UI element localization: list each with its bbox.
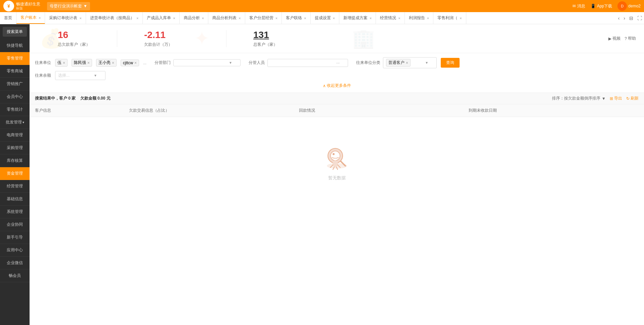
sidebar-item-marketing[interactable]: 营销推广 <box>0 78 30 91</box>
sidebar-item-enterprise-wechat[interactable]: 企业微信 <box>0 257 30 269</box>
tab-close-icon[interactable]: × <box>275 16 277 20</box>
stat-debt-total: -2.11 欠款合计（万） <box>144 30 172 47</box>
filter-tag-close-button[interactable]: × <box>134 61 137 65</box>
tab-label: 零售利润（ <box>437 15 458 21</box>
sidebar-item-operations[interactable]: 经营管理 <box>0 180 30 193</box>
sidebar-item-purchase[interactable]: 采购管理 <box>0 142 30 154</box>
top-bar-right: ✉ 消息 📱 App下载 D demo2 <box>572 1 641 11</box>
sidebar-item-retail[interactable]: 零售管理 <box>0 52 30 65</box>
tab-profit-report[interactable]: 利润报告 × <box>405 12 433 24</box>
user-avatar-button[interactable]: D demo2 <box>617 1 641 11</box>
tab-menu-button[interactable]: ⊟ <box>627 15 635 21</box>
filter-row-2: 往来余额 选择... ▼ <box>35 71 639 80</box>
sidebar-item-system[interactable]: 系统管理 <box>0 206 30 218</box>
unit-category-select[interactable]: 普通客户 × ▼ <box>383 57 437 68</box>
tab-close-icon[interactable]: × <box>39 16 41 20</box>
message-button[interactable]: ✉ 消息 <box>572 3 585 9</box>
content-area: 💰 ✦ 🏢 16 总欠款客户（家） -2.11 欠款合计（万） 131 总客户（… <box>30 24 644 325</box>
tab-close-icon[interactable]: × <box>136 16 138 20</box>
sidebar-item-retail-mall[interactable]: 零售商城 <box>0 65 30 78</box>
sidebar-item-app-center[interactable]: 应用中心 <box>0 244 30 257</box>
tab-next-button[interactable]: › <box>621 15 627 21</box>
tab-product-analysis-list[interactable]: 商品分析列表 × <box>208 12 245 24</box>
division-dept-select[interactable]: ▼ <box>173 59 241 66</box>
division-person-select[interactable]: ··· <box>267 59 348 67</box>
tab-close-icon[interactable]: × <box>370 16 372 20</box>
svg-point-2 <box>331 151 340 160</box>
stat-bg-icon-2: ✦ <box>194 28 210 49</box>
tab-close-icon[interactable]: × <box>239 16 241 20</box>
remaining-select[interactable]: 选择... ▼ <box>55 71 105 80</box>
search-menu-button[interactable]: 搜索菜单 <box>3 27 27 37</box>
help-button[interactable]: ? 帮助 <box>625 36 636 41</box>
tab-close-icon[interactable]: × <box>79 16 81 20</box>
filter-tag-close-button[interactable]: × <box>112 61 114 65</box>
sidebar-item-ecommerce[interactable]: 电商管理 <box>0 129 30 142</box>
tab-close-icon[interactable]: × <box>304 16 306 20</box>
tab-close-icon[interactable]: × <box>427 16 429 20</box>
sidebar-item-inventory[interactable]: 库存核算 <box>0 154 30 167</box>
tab-customer-contact[interactable]: 客户联络 × <box>282 12 310 24</box>
unit-filter-label: 往来单位 <box>35 60 51 66</box>
query-button[interactable]: 查询 <box>441 58 460 68</box>
sidebar-item-finance[interactable]: 资金管理 <box>0 167 30 180</box>
tab-product-analysis[interactable]: 商品分析 × <box>180 12 208 24</box>
tab-customer-accounts[interactable]: 客户账本 × <box>16 12 45 24</box>
tab-business-status[interactable]: 经营情况 × <box>376 12 404 24</box>
collapse-filter-button[interactable]: ∧ 收起更多条件 <box>323 83 351 88</box>
sort-label: 排序：按欠款金额倒序排序 <box>552 96 600 101</box>
filter-tag-chen: 陈民强 × <box>72 59 92 67</box>
refresh-button[interactable]: ↻ 刷新 <box>626 96 639 101</box>
filter-more-tags-button[interactable]: ... <box>143 61 146 65</box>
sidebar-item-member[interactable]: 会员中心 <box>0 91 30 103</box>
stat-debt-total-label: 欠款合计（万） <box>144 42 172 47</box>
filter-tag-close-button[interactable]: × <box>63 61 65 65</box>
sidebar-item-quick-nav[interactable]: 快捷导航 <box>0 39 30 52</box>
filter-tag-close-button[interactable]: × <box>406 61 408 65</box>
sidebar-item-wholesale[interactable]: 批发管理 ▾ <box>0 116 30 129</box>
tab-close-icon[interactable]: × <box>398 16 400 20</box>
tab-purchase-order-stats[interactable]: 采购订单统计表 × <box>45 12 86 24</box>
sidebar-item-retail-stats[interactable]: 零售统计 <box>0 103 30 116</box>
sidebar-item-enterprise[interactable]: 企业协同 <box>0 218 30 231</box>
phone-icon: 📱 <box>591 4 596 8</box>
home-tab-label: 首页 <box>4 15 12 21</box>
filter-tag-close-button[interactable]: × <box>87 61 90 65</box>
tab-label: 新增提成方案 <box>343 15 368 21</box>
table-header-repayment: 回款情况 <box>299 108 469 113</box>
filter-collapse-row: ∧ 收起更多条件 <box>35 83 639 88</box>
tab-customer-segment[interactable]: 客户分层经营 × <box>245 12 282 24</box>
chevron-down-icon: ▼ <box>425 61 428 65</box>
tab-close-icon[interactable]: × <box>460 16 462 20</box>
tab-label: 客户分层经营 <box>249 15 273 21</box>
tab-label: 产成品入库单 <box>147 15 171 21</box>
table-header-overdue-date: 到期未收款日期 <box>469 108 639 113</box>
empty-state-icon <box>320 137 354 171</box>
tab-close-icon[interactable]: × <box>333 16 335 20</box>
tab-add-achievement-plan[interactable]: 新增提成方案 × <box>339 12 376 24</box>
filter-area: 往来单位 伍 × 陈民强 × 王小亮 × cjttcw <box>30 53 644 93</box>
app-download-button[interactable]: 📱 App下载 <box>591 3 612 9</box>
sidebar-item-basic-info[interactable]: 基础信息 <box>0 193 30 206</box>
sort-selector[interactable]: 排序：按欠款金额倒序排序 ▼ <box>552 96 606 101</box>
stat-total-customers-value: 131 <box>253 30 269 40</box>
sidebar-item-member-pro[interactable]: 畅会员 <box>0 269 30 282</box>
video-help-button[interactable]: ▶ 视频 <box>608 36 620 41</box>
tab-retail-profit[interactable]: 零售利润（ × <box>433 12 466 24</box>
sidebar-search: 搜索菜单 <box>0 24 30 39</box>
stat-debt-total-value: -2.11 <box>144 30 166 40</box>
tab-inbound-stats[interactable]: 进货单统计表（按商品） × <box>86 12 143 24</box>
chevron-down-icon: ▼ <box>602 96 606 101</box>
sidebar-item-new-guide[interactable]: 新手引导 <box>0 231 30 244</box>
tab-close-icon[interactable]: × <box>173 16 175 20</box>
tab-prev-button[interactable]: ‹ <box>616 15 622 21</box>
tab-promotion-settings[interactable]: 提成设置 × <box>311 12 339 24</box>
nav-selector[interactable]: 母婴行业演示帐套 ▼ <box>47 2 90 10</box>
tab-product-inbound[interactable]: 产成品入库单 × <box>143 12 179 24</box>
export-button[interactable]: ⊞ 导出 <box>610 96 622 101</box>
tab-fullscreen-button[interactable]: ⛶ <box>635 15 644 21</box>
tab-close-icon[interactable]: × <box>202 16 204 20</box>
tab-home[interactable]: 首页 <box>0 12 16 24</box>
table-container: 客户信息 欠款交易信息（占比） 回款情况 到期未收款日期 <box>30 104 644 325</box>
filter-tag-wang: 王小亮 × <box>96 59 117 67</box>
